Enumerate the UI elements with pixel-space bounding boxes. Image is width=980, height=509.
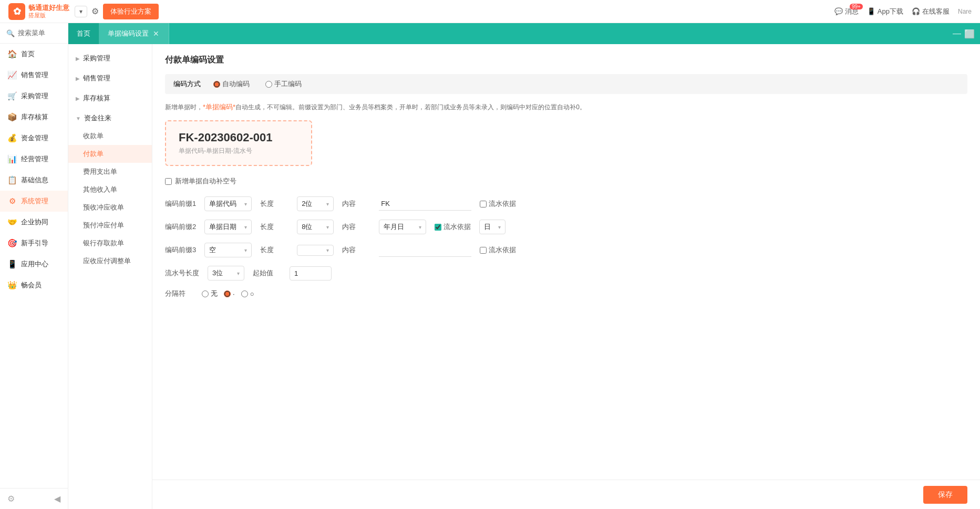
chevron-down-icon: ▾ <box>419 224 421 230</box>
sub-menu-group-capital: ▼ 资金往来 收款单 付款单 费用支出单 其他收入单 预收冲应收单 预付冲应付单… <box>68 109 152 270</box>
sidebar-item-operation[interactable]: 📊 经营管理 <box>0 149 68 170</box>
sep-dot-radio[interactable] <box>224 290 231 297</box>
sub-menu-capital-header[interactable]: ▼ 资金往来 <box>68 109 152 127</box>
prefix1-select[interactable]: 单据代码 ▾ <box>204 196 252 211</box>
sidebar-collapse-icon[interactable]: ◀ <box>54 494 60 504</box>
sidebar-item-member[interactable]: 👑 畅会员 <box>0 275 68 296</box>
auto-code-radio[interactable] <box>213 81 220 88</box>
purchase-icon: 🛒 <box>7 91 17 101</box>
sub-menu-item-receipt[interactable]: 收款单 <box>68 127 152 145</box>
sub-menu-item-advance-pay[interactable]: 预付冲应付单 <box>68 216 152 234</box>
content2-select[interactable]: 年月日 ▾ <box>379 220 426 234</box>
home-tab-label: 首页 <box>77 29 90 38</box>
serial-length-select[interactable]: 3位 ▾ <box>208 266 244 281</box>
sep-dot-label[interactable]: · <box>224 290 235 298</box>
system-icon: ⚙ <box>7 196 17 206</box>
manual-code-radio[interactable] <box>265 81 272 88</box>
message-badge: 99+ <box>850 4 863 9</box>
operation-icon: 📊 <box>7 154 17 164</box>
tab-doc-code-settings[interactable]: 单据编码设置 ✕ <box>99 23 169 44</box>
sidebar-item-collab[interactable]: 🤝 企业协同 <box>0 212 68 233</box>
prefix3-select[interactable]: 空 ▾ <box>204 243 252 257</box>
chevron-right-icon: ▶ <box>76 76 80 81</box>
sub-menu-item-bank[interactable]: 银行存取款单 <box>68 234 152 252</box>
stream1-checkbox[interactable] <box>480 201 487 207</box>
sub-menu-item-expense[interactable]: 费用支出单 <box>68 163 152 181</box>
tab-home[interactable]: 首页 <box>68 23 99 44</box>
sidebar-search[interactable]: 🔍 搜索菜单 <box>0 23 68 44</box>
save-button[interactable]: 保存 <box>923 486 967 504</box>
sidebar-item-label: 基础信息 <box>21 175 48 185</box>
sidebar-settings-icon[interactable]: ⚙ <box>7 494 15 504</box>
tab-minimize-button[interactable]: — <box>953 29 961 38</box>
dropdown-button[interactable]: ▾ <box>75 6 87 17</box>
sep-circle-radio[interactable] <box>241 290 248 297</box>
sidebar-item-guide[interactable]: 🎯 新手引导 <box>0 233 68 254</box>
stream3-label: 流水依据 <box>489 245 516 255</box>
top-bar: ✿ 畅通道好生意 搭屋版 ▾ ⚙ 体验行业方案 💬 消息 99+ 📱 App下载… <box>0 0 980 23</box>
length1-select[interactable]: 2位 ▾ <box>297 196 334 211</box>
settings-icon-button[interactable]: ⚙ <box>91 6 99 16</box>
content3-label: 内容 <box>342 245 370 255</box>
app-download-button[interactable]: 📱 App下载 <box>867 7 903 16</box>
sidebar-item-purchase[interactable]: 🛒 采购管理 <box>0 86 68 107</box>
online-service-button[interactable]: 🎧 在线客服 <box>912 7 950 16</box>
message-icon: 💬 <box>834 7 843 15</box>
inventory-icon: 📦 <box>7 112 17 122</box>
stream3-check-label[interactable]: 流水依据 <box>480 245 516 255</box>
message-button[interactable]: 💬 消息 99+ <box>834 7 859 16</box>
manual-code-radio-label[interactable]: 手工编码 <box>265 79 302 89</box>
sidebar-item-home[interactable]: 🏠 首页 <box>0 44 68 65</box>
content2-label: 内容 <box>342 222 370 232</box>
prefix2-value: 单据日期 <box>209 222 236 232</box>
chevron-down-icon: ▾ <box>244 224 247 230</box>
sidebar-item-sales[interactable]: 📈 销售管理 <box>0 65 68 86</box>
length2-label: 长度 <box>260 222 288 232</box>
sidebar-item-basic[interactable]: 📋 基础信息 <box>0 170 68 191</box>
sub-menu-group-sales: ▶ 销售管理 <box>68 69 152 87</box>
sub-menu-sales-label: 销售管理 <box>83 74 110 83</box>
tab-close-button[interactable]: ✕ <box>152 30 160 37</box>
length3-select[interactable]: ▾ <box>297 245 334 256</box>
sub-menu-item-adjust[interactable]: 应收应付调整单 <box>68 252 152 270</box>
sub-menu-sales-header[interactable]: ▶ 销售管理 <box>68 69 152 87</box>
sidebar-item-system[interactable]: ⚙ 系统管理 <box>0 191 68 212</box>
prefix1-label: 编码前缀1 <box>165 199 196 209</box>
sep-none-radio[interactable] <box>202 290 209 297</box>
stream1-check-label[interactable]: 流水依据 <box>480 199 516 209</box>
sidebar-item-finance[interactable]: 💰 资金管理 <box>0 128 68 149</box>
member-icon: 👑 <box>7 281 17 290</box>
prefix3-value: 空 <box>209 245 216 255</box>
prefix2-select[interactable]: 单据日期 ▾ <box>204 220 252 234</box>
sub-menu-item-advance-recv[interactable]: 预收冲应收单 <box>68 199 152 216</box>
chevron-down-icon: ▾ <box>498 224 501 230</box>
sep-none-label[interactable]: 无 <box>202 289 218 298</box>
auto-fill-checkbox[interactable] <box>165 178 172 185</box>
logo-subtitle: 搭屋版 <box>28 12 69 19</box>
sub-menu: ▶ 采购管理 ▶ 销售管理 ▶ 库存核算 <box>68 44 152 509</box>
trial-button[interactable]: 体验行业方案 <box>103 4 159 19</box>
auto-code-radio-label[interactable]: 自动编码 <box>213 79 250 89</box>
sidebar-item-inventory[interactable]: 📦 库存核算 <box>0 107 68 128</box>
sub-menu-purchase-header[interactable]: ▶ 采购管理 <box>68 49 152 67</box>
sub-menu-item-other-income[interactable]: 其他收入单 <box>68 181 152 199</box>
start-value-input[interactable] <box>290 266 332 281</box>
content3-input[interactable] <box>379 243 471 257</box>
tab-maximize-button[interactable]: ⬜ <box>964 29 975 39</box>
content-area: 首页 单据编码设置 ✕ — ⬜ ▶ 采购管理 <box>68 23 980 509</box>
stream2-period-value: 日 <box>484 222 491 232</box>
sidebar-bottom: ⚙ ◀ <box>0 488 68 509</box>
sidebar-item-label: 采购管理 <box>21 91 48 101</box>
length1-value: 2位 <box>302 199 312 209</box>
sub-menu-group-inventory: ▶ 库存核算 <box>68 89 152 107</box>
stream2-check-label[interactable]: 流水依据 <box>435 222 471 232</box>
stream2-checkbox[interactable] <box>435 224 441 231</box>
stream3-checkbox[interactable] <box>480 247 487 254</box>
stream2-period-select[interactable]: 日 ▾ <box>479 220 506 234</box>
sub-menu-inventory-header[interactable]: ▶ 库存核算 <box>68 89 152 107</box>
length2-select[interactable]: 8位 ▾ <box>297 220 334 234</box>
sep-circle-label[interactable]: ○ <box>241 290 254 298</box>
sidebar-item-apps[interactable]: 📱 应用中心 <box>0 254 68 275</box>
sub-menu-item-payment[interactable]: 付款单 <box>68 145 152 163</box>
info-text: 新增单据时，*单据编码*自动生成，不可编辑。前缀设置为部门、业务员等档案类，开单… <box>165 101 967 113</box>
